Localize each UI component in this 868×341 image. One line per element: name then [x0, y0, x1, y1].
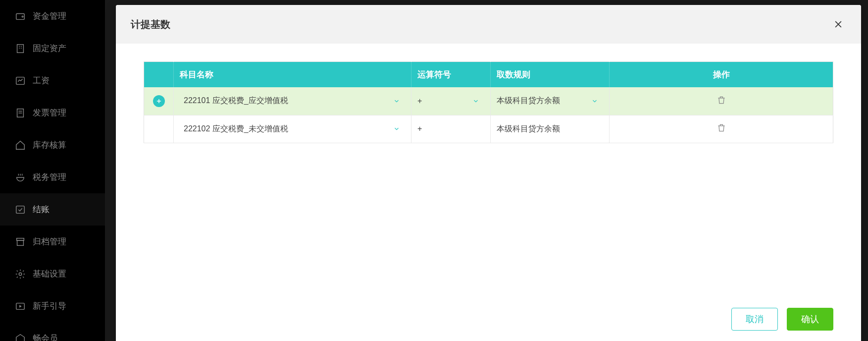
- sidebar-item-fixed-assets[interactable]: 固定资产: [0, 32, 105, 64]
- th-add: [144, 62, 174, 88]
- chevron-down-icon: [471, 97, 480, 106]
- sidebar-item-settings[interactable]: 基础设置: [0, 258, 105, 290]
- modal-accrual-base: 计提基数 科目名称 运算符号 取数规则 操作: [116, 5, 861, 341]
- sidebar: 资金管理 固定资产 工资 发票管理 库存核算 税务管理 结账 归档管理 基础设置…: [0, 0, 105, 341]
- sidebar-item-salary[interactable]: 工资: [0, 64, 105, 97]
- chevron-down-icon: [392, 124, 401, 133]
- sidebar-item-tax[interactable]: 税务管理: [0, 161, 105, 193]
- sidebar-item-archive[interactable]: 归档管理: [0, 226, 105, 258]
- chevron-down-icon: [590, 97, 599, 106]
- sidebar-label: 基础设置: [33, 268, 66, 280]
- sidebar-label: 畅会员: [33, 333, 58, 341]
- check-icon: [15, 204, 26, 215]
- rule-select[interactable]: 本级科目贷方余额: [497, 87, 603, 115]
- play-icon: [15, 301, 26, 312]
- th-subject: 科目名称: [174, 62, 411, 88]
- subject-value: 222101 应交税费_应交增值税: [180, 96, 288, 106]
- chart-icon: [15, 75, 26, 86]
- svg-point-17: [19, 273, 22, 276]
- delete-row-button[interactable]: [716, 95, 726, 105]
- subject-value: 222102 应交税费_未交增值税: [180, 124, 288, 134]
- add-row-button[interactable]: [153, 95, 165, 107]
- archive-icon: [15, 236, 26, 247]
- sidebar-item-closing[interactable]: 结账: [0, 193, 105, 226]
- sidebar-label: 税务管理: [33, 171, 66, 183]
- operator-select[interactable]: +: [417, 115, 484, 143]
- rule-value: 本级科目贷方余额: [497, 96, 560, 106]
- sidebar-label: 工资: [33, 75, 50, 86]
- confirm-button[interactable]: 确认: [787, 308, 833, 331]
- house-icon: [15, 140, 26, 151]
- svg-point-1: [22, 16, 23, 17]
- svg-marker-19: [19, 305, 22, 308]
- sidebar-item-inventory[interactable]: 库存核算: [0, 129, 105, 161]
- close-button[interactable]: [833, 19, 843, 29]
- svg-marker-20: [16, 334, 25, 341]
- sidebar-item-guide[interactable]: 新手引导: [0, 290, 105, 322]
- receipt-icon: [15, 108, 26, 118]
- svg-rect-14: [16, 206, 25, 213]
- cancel-button[interactable]: 取消: [731, 308, 778, 331]
- sidebar-label: 发票管理: [33, 107, 66, 118]
- modal-header: 计提基数: [116, 5, 861, 44]
- building-icon: [15, 43, 26, 54]
- subject-select[interactable]: 222102 应交税费_未交增值税: [180, 115, 405, 143]
- th-operator: 运算符号: [411, 62, 491, 88]
- sidebar-label: 固定资产: [33, 43, 66, 54]
- gear-icon: [15, 269, 26, 280]
- wallet-icon: [15, 11, 26, 22]
- subject-select[interactable]: 222101 应交税费_应交增值税: [180, 87, 405, 115]
- trash-icon: [716, 95, 726, 105]
- rule-select[interactable]: 本级科目贷方余额: [497, 115, 603, 143]
- chevron-down-icon: [392, 97, 401, 106]
- modal-title: 计提基数: [131, 18, 170, 31]
- accrual-table: 科目名称 运算符号 取数规则 操作 222101 应交税费_应交增值税: [144, 61, 833, 143]
- th-rule: 取数规则: [491, 62, 610, 88]
- sidebar-label: 库存核算: [33, 139, 66, 151]
- sidebar-item-vip[interactable]: 畅会员: [0, 322, 105, 341]
- th-action: 操作: [610, 62, 833, 88]
- sidebar-label: 新手引导: [33, 300, 66, 312]
- svg-rect-2: [17, 44, 24, 53]
- rule-value: 本级科目贷方余额: [497, 124, 560, 134]
- trash-icon: [716, 123, 726, 133]
- bowl-icon: [15, 172, 26, 183]
- close-icon: [833, 19, 843, 30]
- delete-row-button[interactable]: [716, 123, 726, 133]
- sidebar-label: 归档管理: [33, 236, 66, 247]
- modal-footer: 取消 确认: [116, 297, 861, 341]
- operator-select[interactable]: +: [417, 87, 484, 115]
- plus-icon: [155, 98, 162, 105]
- svg-rect-16: [17, 240, 24, 245]
- modal-body: 科目名称 运算符号 取数规则 操作 222101 应交税费_应交增值税: [116, 44, 861, 297]
- table-row: 222102 应交税费_未交增值税 + 本级科目贷方余额: [144, 115, 833, 143]
- table-row: 222101 应交税费_应交增值税 + 本级科目贷方余额: [144, 87, 833, 115]
- sidebar-item-invoice[interactable]: 发票管理: [0, 97, 105, 129]
- operator-value: +: [417, 97, 422, 106]
- sidebar-label: 结账: [33, 204, 50, 215]
- sidebar-item-funds[interactable]: 资金管理: [0, 0, 105, 32]
- operator-value: +: [417, 124, 422, 133]
- sidebar-label: 资金管理: [33, 10, 66, 22]
- vip-icon: [15, 333, 26, 341]
